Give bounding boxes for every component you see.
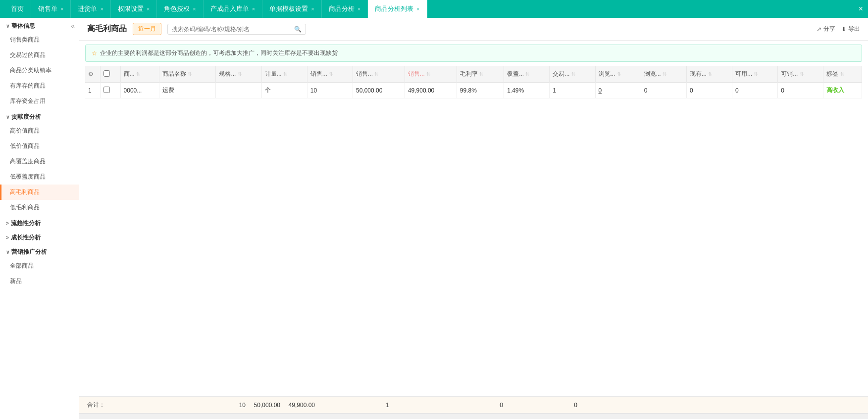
nav-item-进货单[interactable]: 进货单× <box>71 0 110 18</box>
col-code[interactable]: 商... ⇅ <box>120 66 159 83</box>
nav-item-角色授权[interactable]: 角色授权× <box>157 0 203 18</box>
col-tag[interactable]: 标签 ⇅ <box>823 66 862 83</box>
col-sales-cost[interactable]: 销售... ⇅ <box>405 66 457 83</box>
nav-close-icon[interactable]: × <box>60 6 63 12</box>
row-transactions: 1 <box>550 83 595 98</box>
sidebar-collapse-btn[interactable]: « <box>71 22 75 30</box>
footer-stock-current: 0 <box>471 402 506 409</box>
col-transactions[interactable]: 交易... ⇅ <box>550 66 595 83</box>
row-stock-current: 0 <box>686 83 732 98</box>
sidebar-group-成长性分析[interactable]: >成长性分析 <box>0 230 79 244</box>
group-title-label: 整体信息 <box>11 22 35 30</box>
table-wrapper: ⚙ 商... ⇅ 商品名称 ⇅ 规格... ⇅ 计量... ⇅ 销售... ⇅ … <box>79 66 868 396</box>
col-views2[interactable]: 浏览... ⇅ <box>641 66 686 83</box>
sidebar-item-商品分类助销率[interactable]: 商品分类助销率 <box>0 63 79 78</box>
table-row: 10000...运费个1050,000.0049,900.0099.8%1.49… <box>85 83 862 98</box>
col-spec[interactable]: 规格... ⇅ <box>216 66 261 83</box>
sidebar-item-高价值商品[interactable]: 高价值商品 <box>0 123 79 139</box>
export-icon: ⬇ <box>841 26 846 33</box>
footer-spacer3 <box>392 402 432 409</box>
share-button[interactable]: ↗ 分享 <box>817 25 835 33</box>
nav-item-商品分析[interactable]: 商品分析× <box>322 0 368 18</box>
chevron-icon: > <box>6 221 9 226</box>
col-sales-qty[interactable]: 销售... ⇅ <box>307 66 353 83</box>
sidebar-item-高覆盖度商品[interactable]: 高覆盖度商品 <box>0 154 79 169</box>
footer-spacer4 <box>432 402 471 409</box>
row-views1[interactable]: 0 <box>595 83 641 98</box>
content-area: 高毛利商品 近一月 🔍 ↗ 分享 ⬇ 导出 ☆ 企业的主要的利润都是这部分商品创… <box>79 18 868 419</box>
info-text: 企业的主要的利润都是这部分商品创造的，可考虑加大推广，同时关注库存是不要出现缺货 <box>100 49 338 57</box>
group-title-label: 成长性分析 <box>11 233 41 242</box>
sidebar-item-高毛利商品[interactable]: 高毛利商品 <box>0 185 79 200</box>
row-views2: 0 <box>641 83 686 98</box>
sidebar-item-新品[interactable]: 新品 <box>0 274 79 289</box>
search-box: 🔍 <box>167 24 306 35</box>
sidebar-item-低价值商品[interactable]: 低价值商品 <box>0 139 79 154</box>
sidebar-item-全部商品[interactable]: 全部商品 <box>0 258 79 274</box>
nav-close-icon[interactable]: × <box>252 6 255 12</box>
sidebar-item-低毛利商品[interactable]: 低毛利商品 <box>0 200 79 215</box>
nav-item-产成品入库单[interactable]: 产成品入库单× <box>204 0 262 18</box>
col-stock-saleable[interactable]: 可销... ⇅ <box>778 66 823 83</box>
chevron-icon: ∨ <box>6 23 9 29</box>
footer-values: 10 50,000.00 49,900.00 1 0 0 <box>115 402 860 409</box>
nav-item-商品分析列表[interactable]: 商品分析列表× <box>368 0 427 18</box>
col-unit[interactable]: 计量... ⇅ <box>261 66 307 83</box>
sidebar-item-有库存的商品[interactable]: 有库存的商品 <box>0 78 79 93</box>
group-title-label: 营销推广分析 <box>11 248 47 256</box>
nav-close-icon[interactable]: × <box>416 6 419 12</box>
col-settings[interactable]: ⚙ <box>85 66 100 83</box>
nav-item-单据模板设置[interactable]: 单据模板设置× <box>262 0 321 18</box>
settings-icon[interactable]: ⚙ <box>88 71 94 78</box>
sidebar-item-低覆盖度商品[interactable]: 低覆盖度商品 <box>0 169 79 185</box>
views-link[interactable]: 0 <box>599 87 602 94</box>
sidebar-group-流趋性分析[interactable]: >流趋性分析 <box>0 215 79 230</box>
chevron-icon: > <box>6 235 9 240</box>
row-checkbox-input[interactable] <box>103 87 110 93</box>
footer-sales-amount: 50,000.00 <box>249 402 283 409</box>
table-footer: 合计： 10 50,000.00 49,900.00 1 0 0 <box>79 396 868 413</box>
sidebar-item-销售类商品[interactable]: 销售类商品 <box>0 32 79 47</box>
search-icon[interactable]: 🔍 <box>294 26 302 33</box>
nav-item-首页[interactable]: 首页 <box>4 0 31 18</box>
sidebar-item-库存资金占用[interactable]: 库存资金占用 <box>0 93 79 109</box>
content-title: 高毛利商品 <box>87 24 127 34</box>
nav-close-icon[interactable]: × <box>100 6 103 12</box>
select-all-checkbox[interactable] <box>103 70 110 77</box>
nav-item-权限设置[interactable]: 权限设置× <box>111 0 157 18</box>
col-gross-margin[interactable]: 毛利率 ⇅ <box>457 66 504 83</box>
top-nav: 首页销售单×进货单×权限设置×角色授权×产成品入库单×单据模板设置×商品分析×商… <box>0 0 868 18</box>
sidebar-group-营销推广分析[interactable]: ∨营销推广分析 <box>0 244 79 258</box>
sidebar-item-交易过的商品[interactable]: 交易过的商品 <box>0 47 79 63</box>
col-name[interactable]: 商品名称 ⇅ <box>159 66 216 83</box>
row-index: 1 <box>85 83 100 98</box>
share-icon: ↗ <box>817 26 821 33</box>
filter-button[interactable]: 近一月 <box>133 23 161 35</box>
content-header: 高毛利商品 近一月 🔍 ↗ 分享 ⬇ 导出 <box>79 18 868 41</box>
row-sales-cost: 49,900.00 <box>405 83 457 98</box>
row-unit: 个 <box>261 83 307 98</box>
row-code: 0000... <box>120 83 159 98</box>
nav-close-icon[interactable]: × <box>147 6 150 12</box>
sidebar-group-贡献度分析[interactable]: ∨贡献度分析 <box>0 109 79 123</box>
scrollbar-area[interactable] <box>79 413 868 419</box>
sidebar-group-整体信息[interactable]: ∨整体信息 <box>0 18 79 32</box>
nav-item-销售单[interactable]: 销售单× <box>31 0 71 18</box>
close-all-button[interactable]: × <box>859 4 863 13</box>
nav-close-icon[interactable]: × <box>311 6 314 12</box>
group-title-label: 流趋性分析 <box>11 219 41 228</box>
nav-close-icon[interactable]: × <box>357 6 360 12</box>
search-input[interactable] <box>172 26 292 33</box>
row-checkbox[interactable] <box>100 83 120 98</box>
col-views1[interactable]: 浏览... ⇅ <box>595 66 641 83</box>
nav-close-icon[interactable]: × <box>193 6 196 12</box>
col-coverage[interactable]: 覆盖... ⇅ <box>504 66 550 83</box>
col-sales-amount[interactable]: 销售... ⇅ <box>353 66 405 83</box>
chevron-icon: ∨ <box>6 114 9 120</box>
footer-sales-qty: 10 <box>214 402 249 409</box>
col-stock-usable[interactable]: 可用... ⇅ <box>732 66 778 83</box>
footer-spacer1 <box>115 402 214 409</box>
export-button[interactable]: ⬇ 导出 <box>841 25 860 33</box>
col-stock-current[interactable]: 现有... ⇅ <box>686 66 732 83</box>
col-checkbox[interactable] <box>100 66 120 83</box>
